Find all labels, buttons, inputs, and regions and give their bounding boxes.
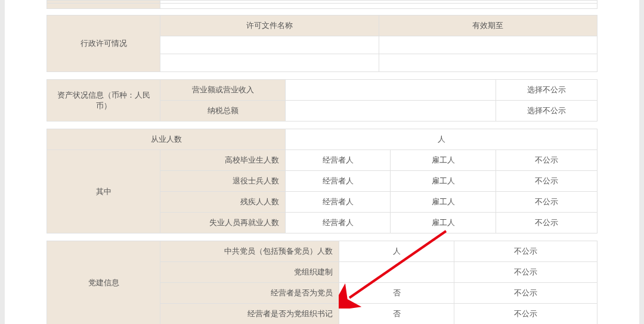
employee-sub-c3[interactable]: 不公示: [496, 171, 597, 192]
employee-sub-c3[interactable]: 不公示: [496, 150, 597, 171]
employee-sub-label: 残疾人人数: [160, 192, 286, 213]
asset-rowlabel: 资产状况信息（币种：人民币）: [47, 80, 160, 122]
asset-r1-opt[interactable]: 选择不公示: [496, 80, 597, 101]
employee-sub-c3[interactable]: 不公示: [496, 192, 597, 213]
party-sub-c1[interactable]: 否: [339, 304, 454, 325]
employee-sub-label: 退役士兵人数: [160, 171, 286, 192]
employee-table: 从业人数 人 其中 高校毕业生人数 经营者人 雇工人 不公示 退役士兵人数 经营…: [47, 129, 597, 233]
employee-sub-c2[interactable]: 雇工人: [391, 213, 496, 233]
permit-r1c2[interactable]: [379, 36, 597, 54]
employee-count-label: 从业人数: [47, 129, 286, 150]
employee-sub-c1[interactable]: 经营者人: [286, 150, 391, 171]
party-sub-c1[interactable]: 否: [339, 283, 454, 304]
party-sub-label: 经营者是否为党员: [160, 283, 339, 304]
permit-rowlabel: 行政许可情况: [47, 15, 160, 72]
permit-col1-header: 许可文件名称: [160, 15, 379, 36]
stub-label2: [47, 4, 160, 9]
employee-count-value[interactable]: 人: [286, 129, 597, 150]
permit-r2c2[interactable]: [379, 54, 597, 72]
employee-sub-c1[interactable]: 经营者人: [286, 213, 391, 233]
stub-cell2: [160, 4, 597, 9]
employee-sub-c1[interactable]: 经营者人: [286, 171, 391, 192]
asset-table: 资产状况信息（币种：人民币） 营业额或营业收入 选择不公示 纳税总额 选择不公示: [47, 79, 597, 122]
party-table: 党建信息 中共党员（包括预备党员）人数 人 不公示 党组织建制 不公示 经营者是…: [47, 241, 597, 324]
party-sub-label: 党组织建制: [160, 262, 339, 283]
employee-sub-c2[interactable]: 雇工人: [391, 150, 496, 171]
permit-col2-header: 有效期至: [379, 15, 597, 36]
party-sub-c1[interactable]: 人: [339, 241, 454, 262]
party-sub-c1[interactable]: [339, 262, 454, 283]
employee-midlabel: 其中: [47, 150, 160, 233]
asset-r2-value[interactable]: [286, 101, 496, 122]
employee-sub-c2[interactable]: 雇工人: [391, 171, 496, 192]
employee-sub-label: 失业人员再就业人数: [160, 213, 286, 233]
employee-sub-c2[interactable]: 雇工人: [391, 192, 496, 213]
employee-sub-c3[interactable]: 不公示: [496, 213, 597, 233]
party-sub-label: 经营者是否为党组织书记: [160, 304, 339, 325]
permit-r2c1[interactable]: [160, 54, 379, 72]
party-sub-c2[interactable]: 不公示: [454, 283, 597, 304]
party-sub-c2[interactable]: 不公示: [454, 262, 597, 283]
asset-r2-label: 纳税总额: [160, 101, 286, 122]
party-sub-c2[interactable]: 不公示: [454, 304, 597, 325]
asset-r1-value[interactable]: [286, 80, 496, 101]
permit-r1c1[interactable]: [160, 36, 379, 54]
asset-r2-opt[interactable]: 选择不公示: [496, 101, 597, 122]
employee-sub-label: 高校毕业生人数: [160, 150, 286, 171]
stub-table: [47, 0, 597, 9]
employee-sub-c1[interactable]: 经营者人: [286, 192, 391, 213]
permit-table: 行政许可情况 许可文件名称 有效期至: [47, 15, 597, 72]
party-sub-c2[interactable]: 不公示: [454, 241, 597, 262]
asset-r1-label: 营业额或营业收入: [160, 80, 286, 101]
party-sub-label: 中共党员（包括预备党员）人数: [160, 241, 339, 262]
party-rowlabel: 党建信息: [47, 241, 160, 325]
